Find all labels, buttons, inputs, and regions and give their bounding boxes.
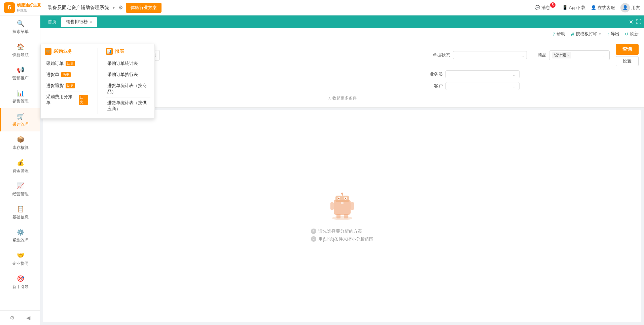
customer-control[interactable]: ... — [445, 82, 520, 90]
sidebar-item-inventory[interactable]: 📦 库存核算 — [0, 131, 40, 155]
sidebar-item-sales[interactable]: 📊 销售管理 — [0, 85, 40, 108]
history-badge-3: 历史 — [79, 95, 88, 105]
base-icon: 📋 — [16, 205, 25, 213]
content-area: 首页 销售排行榜 × ✕ ⛶ ? 帮助 🖨 按模板打印 — [40, 15, 644, 325]
top-header: 6 畅捷通好生意 标准版 装备及固定资产辅助管理系统 ▼ ⚙ 体验行业方案 💬 … — [0, 0, 644, 15]
inventory-icon: 📦 — [16, 135, 25, 144]
goods-control[interactable]: 设计素 × ... — [549, 50, 610, 60]
customer-label: 客户 — [434, 83, 443, 89]
marketing-icon: 📢 — [16, 66, 25, 74]
sidebar-item-system[interactable]: ⚙️ 系统管理 — [0, 224, 40, 247]
settings-bottom-icon[interactable]: ⚙ — [10, 315, 14, 321]
svg-rect-2 — [335, 196, 349, 202]
print-icon: 🖨 — [571, 32, 575, 37]
print-dropdown-icon[interactable]: ▼ — [598, 32, 602, 36]
menu-section-purchase: 🛒 采购业务 采购订单 历史 进货单 历史 进货退货 历史 — [45, 48, 90, 114]
menu-divider — [98, 48, 98, 114]
guide-icon: 🎯 — [16, 275, 25, 283]
logo-icon: 6 — [4, 2, 15, 13]
svg-rect-11 — [351, 202, 354, 210]
menu-item-return[interactable]: 进货退货 历史 — [45, 80, 90, 91]
online-service-item[interactable]: 👤 在线客服 — [591, 5, 615, 11]
goods-label: 商品 — [538, 52, 546, 58]
svg-point-6 — [345, 198, 346, 199]
svg-rect-12 — [336, 214, 341, 218]
sidebar-item-marketing[interactable]: 📢 营销推广 — [0, 62, 40, 85]
sidebar-item-finance[interactable]: 💰 资金管理 — [0, 155, 40, 178]
home-icon: 🏠 — [16, 43, 25, 51]
help-icon: ? — [552, 32, 555, 37]
dropdown-arrow-icon[interactable]: ▼ — [112, 5, 116, 10]
data-area: ① 请先选择要分析的方案 ② 用[过滤]条件来缩小分析范围 — [43, 110, 641, 322]
user-item[interactable]: 👤 用友 — [620, 3, 640, 12]
app-download-item[interactable]: 📱 App下载 — [562, 5, 585, 11]
sidebar-item-quick[interactable]: 🏠 快捷导航 — [0, 39, 40, 62]
tip-step1: ① 请先选择要分析的方案 — [311, 227, 373, 235]
status-control[interactable]: ... — [453, 51, 527, 59]
message-icon: 💬 — [535, 5, 540, 10]
tip-step2: ② 用[过滤]条件来缩小分析范围 — [311, 235, 373, 243]
set-button[interactable]: 设置 — [616, 56, 639, 66]
gear-icon[interactable]: ⚙ — [118, 4, 123, 11]
staff-dots: ... — [513, 72, 516, 77]
service-icon: 👤 — [591, 5, 596, 10]
svg-rect-13 — [344, 214, 348, 218]
svg-point-0 — [332, 216, 352, 220]
message-item[interactable]: 💬 消息 5 — [535, 5, 557, 11]
menu-item-report-1[interactable]: 采购订单统计表 — [106, 58, 151, 69]
tab-home[interactable]: 首页 — [43, 17, 61, 27]
staff-control[interactable]: ... — [445, 70, 520, 78]
cooperation-icon: 🤝 — [16, 251, 25, 259]
goods-tag-close[interactable]: × — [567, 53, 569, 57]
menu-section-report: 📊 报表 采购订单统计表 采购订单执行表 进货单统计表（按商品） 进货单统计表（… — [106, 48, 151, 114]
tab-bar-right: ✕ ⛶ — [629, 19, 641, 25]
collapse-sidebar-icon[interactable]: ◀ — [26, 315, 30, 321]
close-window-icon[interactable]: ✕ — [629, 19, 633, 25]
menu-item-inbound[interactable]: 进货单 历史 — [45, 69, 90, 80]
refresh-button[interactable]: ↺ 刷新 — [625, 31, 639, 37]
filter-staff: 业务员 ... — [430, 70, 520, 78]
status-label: 单据状态 — [433, 52, 450, 58]
filter-customer: 客户 ... — [434, 82, 520, 90]
sidebar-item-cooperation[interactable]: 🤝 企业协同 — [0, 247, 40, 271]
page-toolbar: ? 帮助 🖨 按模板打印 ▼ ↑ 导出 ↺ 刷新 — [40, 28, 644, 40]
empty-tips: ① 请先选择要分析的方案 ② 用[过滤]条件来缩小分析范围 — [311, 227, 373, 243]
purchase-icon: 🛒 — [16, 112, 25, 120]
sidebar-item-search[interactable]: 🔍 搜索菜单 — [0, 15, 40, 39]
print-button[interactable]: 🖨 按模板打印 ▼ — [571, 31, 602, 37]
sales-icon: 📊 — [16, 89, 25, 97]
logo-text: 畅捷通好生意 标准版 — [17, 3, 41, 12]
operation-icon: 📈 — [16, 182, 25, 190]
menu-item-report-2[interactable]: 采购订单执行表 — [106, 69, 151, 80]
export-button[interactable]: ↑ 导出 — [607, 31, 620, 37]
history-badge-2: 历史 — [66, 83, 75, 88]
history-badge-1: 历史 — [61, 72, 71, 77]
goods-tag: 设计素 × — [552, 52, 571, 58]
search-icon: 🔍 — [16, 19, 25, 28]
svg-point-9 — [341, 193, 343, 195]
menu-item-report-3[interactable]: 进货单统计表（按商品） — [106, 80, 151, 97]
purchase-dropdown-menu: 🛒 采购业务 采购订单 历史 进货单 历史 进货退货 历史 — [40, 44, 155, 119]
menu-item-cost[interactable]: 采购费用分摊单 历史 — [45, 91, 90, 108]
export-icon: ↑ — [607, 32, 610, 37]
menu-item-report-4[interactable]: 进货单统计表（按供应商） — [106, 97, 151, 114]
sidebar-item-guide[interactable]: 🎯 新手引导 — [0, 271, 40, 294]
trial-button[interactable]: 体验行业方案 — [126, 3, 162, 13]
svg-rect-10 — [330, 202, 334, 210]
section2-title: 📊 报表 — [106, 48, 151, 55]
header-right: 💬 消息 5 📱 App下载 👤 在线客服 👤 用友 — [535, 3, 640, 12]
help-button[interactable]: ? 帮助 — [552, 31, 565, 37]
collapse-up-icon: ∧ — [328, 96, 331, 101]
sidebar-item-base[interactable]: 📋 基础信息 — [0, 201, 40, 224]
purchase-section-icon: 🛒 — [45, 48, 51, 55]
svg-rect-7 — [341, 202, 344, 204]
maximize-icon[interactable]: ⛶ — [636, 19, 641, 25]
tab-sales-rank[interactable]: 销售排行榜 × — [61, 17, 97, 27]
sidebar-item-operation[interactable]: 📈 经营管理 — [0, 178, 40, 201]
menu-item-purchase-order[interactable]: 采购订单 历史 — [45, 58, 90, 69]
sidebar-item-purchase[interactable]: 🛒 采购管理 — [0, 108, 40, 131]
staff-label: 业务员 — [430, 71, 443, 77]
tab-close-icon[interactable]: × — [90, 19, 92, 24]
query-button[interactable]: 查询 — [616, 44, 639, 55]
goods-dots[interactable]: ... — [603, 53, 607, 57]
